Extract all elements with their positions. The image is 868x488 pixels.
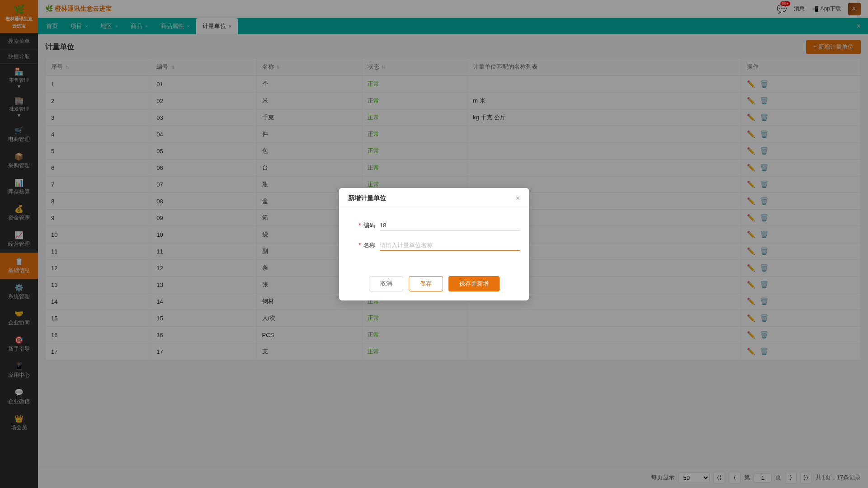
cancel-button[interactable]: 取消 [369,276,403,291]
modal-title: 新增计量单位 [348,194,386,202]
modal-overlay[interactable]: 新增计量单位 × * 编码 * 名称 取消 保存 保存并新增 [0,0,868,488]
required-mark: * [359,242,361,249]
modal-header: 新增计量单位 × [339,188,529,209]
save-button[interactable]: 保存 [409,276,443,291]
modal-footer: 取消 保存 保存并新增 [339,271,529,300]
form-label-name: * 名称 [348,241,375,249]
form-row-name: * 名称 [348,240,520,251]
form-label-code: * 编码 [348,221,375,230]
form-row-code: * 编码 [348,220,520,231]
modal-close-button[interactable]: × [516,194,520,202]
code-input[interactable] [380,220,520,231]
name-input[interactable] [380,240,520,251]
save-and-new-button[interactable]: 保存并新增 [448,276,500,291]
modal-body: * 编码 * 名称 [339,209,529,271]
add-measure-unit-modal: 新增计量单位 × * 编码 * 名称 取消 保存 保存并新增 [339,188,529,300]
required-mark: * [359,222,361,229]
